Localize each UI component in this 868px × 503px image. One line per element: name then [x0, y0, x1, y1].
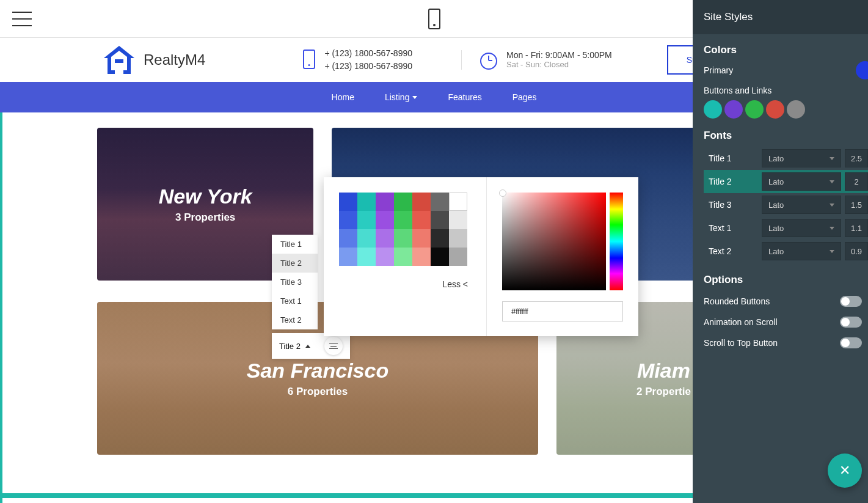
phone-icon [303, 50, 315, 69]
font-family-select[interactable]: Lato [762, 172, 841, 191]
title-menu-item[interactable]: Title 3 [272, 273, 318, 292]
primary-color-swatch[interactable] [856, 61, 868, 79]
font-row[interactable]: Title 1Lato2.5 [704, 147, 868, 170]
color-swatch[interactable] [431, 229, 449, 248]
nav-features[interactable]: Features [448, 92, 481, 102]
rounded-buttons-label: Rounded Buttons [704, 296, 770, 306]
title-selector-button[interactable]: Title 2 [272, 333, 350, 359]
chevron-up-icon [305, 345, 310, 348]
color-swatch[interactable] [449, 193, 467, 211]
button-color-swatch[interactable] [704, 100, 722, 119]
hex-input[interactable] [502, 301, 623, 321]
less-toggle[interactable]: Less < [339, 279, 471, 289]
panel-title: Site Styles [693, 0, 868, 34]
button-color-swatch[interactable] [745, 100, 764, 119]
color-swatch[interactable] [394, 229, 412, 248]
color-swatch[interactable] [339, 211, 357, 229]
color-swatch[interactable] [431, 248, 449, 266]
colors-section-title: Colors [704, 44, 868, 56]
color-swatch[interactable] [376, 211, 394, 229]
animation-scroll-label: Animation on Scroll [704, 317, 778, 327]
color-swatch[interactable] [357, 193, 376, 211]
color-swatch[interactable] [449, 229, 467, 248]
color-swatch[interactable] [339, 229, 357, 248]
color-swatch[interactable] [376, 229, 394, 248]
hue-slider[interactable] [610, 193, 623, 290]
chevron-down-icon [412, 96, 417, 99]
title-menu-item[interactable]: Title 2 [272, 254, 318, 273]
color-swatch[interactable] [394, 248, 412, 266]
saturation-value-box[interactable] [502, 193, 606, 290]
color-swatch[interactable] [357, 248, 376, 266]
mobile-preview-icon[interactable] [428, 9, 440, 29]
hours-block: Mon - Fri: 9:00AM - 5:00PM Sat - Sun: Cl… [461, 50, 612, 70]
scroll-top-toggle[interactable] [840, 337, 862, 348]
color-swatch[interactable] [431, 193, 449, 211]
color-swatch[interactable] [449, 211, 467, 229]
chevron-down-icon [830, 250, 834, 253]
picker-handle[interactable] [499, 189, 506, 197]
title-menu-item[interactable]: Text 1 [272, 292, 318, 310]
nav-pages[interactable]: Pages [512, 92, 537, 102]
color-swatch[interactable] [357, 229, 376, 248]
button-color-row [704, 100, 868, 119]
font-size-input[interactable]: 0.9 [845, 242, 868, 260]
font-size-input[interactable]: 2.5 [845, 149, 868, 167]
font-row[interactable]: Text 1Lato1.1 [704, 216, 868, 240]
color-swatch[interactable] [339, 248, 357, 266]
color-swatch[interactable] [394, 193, 412, 211]
color-swatch[interactable] [376, 193, 394, 211]
color-swatch[interactable] [357, 211, 376, 229]
font-family-select[interactable]: Lato [762, 242, 841, 260]
card-subtitle: 2 Propertie [636, 386, 691, 398]
color-swatch[interactable] [412, 248, 431, 266]
title-menu-item[interactable]: Title 1 [272, 235, 318, 254]
font-family-select[interactable]: Lato [762, 149, 841, 167]
clock-icon [480, 53, 497, 70]
logo-icon [104, 46, 134, 74]
close-panel-button[interactable]: ✕ [828, 453, 862, 488]
align-button[interactable] [324, 337, 343, 355]
color-swatch[interactable] [431, 211, 449, 229]
chevron-down-icon [830, 180, 834, 183]
logo-section: RealtyM4 [104, 46, 205, 74]
swatch-grid [339, 193, 471, 266]
nav-listing[interactable]: Listing [385, 92, 417, 102]
color-swatch[interactable] [412, 211, 431, 229]
font-row[interactable]: Text 2Lato0.9 [704, 240, 868, 263]
title-menu-item[interactable]: Text 2 [272, 310, 318, 329]
rounded-buttons-toggle[interactable] [840, 296, 862, 307]
card-title: New York [159, 185, 252, 208]
nav-home[interactable]: Home [332, 92, 354, 102]
font-family-select[interactable]: Lato [762, 219, 841, 237]
color-swatch[interactable] [412, 193, 431, 211]
font-row-label: Title 1 [709, 153, 762, 163]
font-row[interactable]: Title 3Lato1.5 [704, 193, 868, 216]
color-swatch[interactable] [394, 211, 412, 229]
button-color-swatch[interactable] [766, 100, 784, 119]
font-row[interactable]: Title 2Lato2 [704, 170, 868, 193]
scroll-top-label: Scroll to Top Button [704, 338, 778, 348]
chevron-down-icon [830, 227, 834, 230]
color-swatch[interactable] [339, 193, 357, 211]
font-row-label: Title 2 [709, 177, 762, 186]
color-swatch[interactable] [412, 229, 431, 248]
font-size-input[interactable]: 1.5 [845, 196, 868, 214]
site-name[interactable]: RealtyM4 [144, 51, 205, 68]
chevron-down-icon [830, 157, 834, 160]
color-swatch[interactable] [376, 248, 394, 266]
align-center-icon [329, 343, 338, 349]
color-picker-popup: Less < [324, 177, 638, 336]
font-family-select[interactable]: Lato [762, 196, 841, 214]
button-color-swatch[interactable] [724, 100, 743, 119]
font-size-input[interactable]: 2 [845, 172, 868, 191]
font-size-input[interactable]: 1.1 [845, 219, 868, 237]
contact-block: + (123) 1800-567-8990 + (123) 1800-567-8… [303, 47, 412, 73]
hamburger-menu-icon[interactable] [12, 12, 32, 26]
card-subtitle: 3 Properties [175, 211, 235, 224]
color-swatch[interactable] [449, 248, 467, 266]
font-row-label: Text 2 [709, 246, 762, 256]
font-row-label: Title 3 [709, 200, 762, 210]
animation-scroll-toggle[interactable] [840, 317, 862, 328]
button-color-swatch[interactable] [787, 100, 805, 119]
